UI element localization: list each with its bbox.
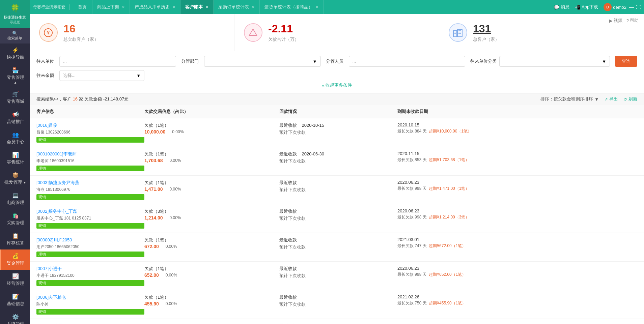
tab-purchase-stats[interactable]: 采购订单统计表 ✕ <box>214 0 260 14</box>
table-row: [0002]服务中心_丁磊 服务中心_丁磊 181 0125 8371 现销 欠… <box>30 204 644 233</box>
customer-phone-1: 吕俊 13026203696 <box>36 129 144 135</box>
customer-name-3[interactable]: [0003]畅捷服务尹海燕 <box>36 180 144 186</box>
recovery-info-5: 最近收款 预计下次收款 <box>279 237 397 250</box>
industry-label: 母婴行业演示账套 <box>33 4 70 10</box>
filter-input-manager[interactable]: ... <box>349 56 466 67</box>
sidebar-item-basic-info[interactable]: 📝 基础信息 <box>0 290 30 310</box>
debt-percent-5: 0.00% <box>166 244 177 249</box>
message-label: 消息 <box>561 4 569 10</box>
stat-card-2: ! -2.11 欠款合计（万） <box>234 14 439 51</box>
customer-name-5[interactable]: [000002]用户2050 <box>36 237 144 243</box>
close-tab-purchase-stats[interactable]: ✕ <box>252 5 255 9</box>
sidebar-item-membership[interactable]: 👥 会员中心 <box>0 128 30 148</box>
customer-name-1[interactable]: [0016]吕俊 <box>36 122 144 128</box>
results-count: 16 <box>73 96 78 101</box>
recovery-info-7: 最近收款 预计下次收款 <box>279 294 397 307</box>
overdue-link-1[interactable]: 超期¥10,000.00（1笔） <box>429 129 472 134</box>
close-tab-customer-account[interactable]: ✕ <box>205 5 208 9</box>
sidebar-item-retail-stats[interactable]: 📊 零售统计 <box>0 148 30 169</box>
customer-name-2[interactable]: [0001020001]李老师 <box>36 151 144 157</box>
search-menu[interactable]: 🔍 搜索菜单 <box>0 28 30 43</box>
message-btn[interactable]: 💬 消息 <box>554 4 569 10</box>
filter-item-company: 往来单位 ... <box>36 56 176 67</box>
department-arrow-icon: ▼ <box>313 59 317 64</box>
sidebar-item-purchase-mgmt[interactable]: 🛍️ 采购管理 <box>0 209 30 229</box>
overdue-link-5[interactable]: 超期¥672.00（1笔） <box>429 243 466 248</box>
maximize-btn[interactable]: ⛶ <box>636 4 641 10</box>
debt-count-1: 欠款（1笔） <box>144 122 169 128</box>
debt-count-5: 欠款（1笔） <box>144 237 169 243</box>
debt-amount-7: 455.90 <box>144 301 159 306</box>
overdue-link-3[interactable]: 超期¥1,471.00（1笔） <box>429 186 469 191</box>
overdue-days-5: 最长欠款 747 天 超期¥672.00（1笔） <box>397 243 637 249</box>
sidebar-item-label: 库存核算 <box>7 240 24 245</box>
close-tab-products-off[interactable]: ✕ <box>122 5 125 9</box>
tab-incoming-stats[interactable]: 进货单统计表（按商品） ✕ <box>260 0 324 14</box>
overdue-info-1: 2020.10.15 最长欠款 884 天 超期¥10,000.00（1笔） <box>397 122 637 134</box>
export-icon: ↗ <box>604 97 608 102</box>
sidebar-item-marketing[interactable]: 📢 营销推广 <box>0 108 30 128</box>
sidebar-item-label: 营销推广 <box>7 119 24 124</box>
stat-label-1: 总欠款客户（家） <box>63 36 99 42</box>
filter-select-category[interactable]: ▼ <box>499 56 610 67</box>
sidebar-item-operations[interactable]: 📈 经营管理 <box>0 270 30 290</box>
overdue-link-4[interactable]: 超期¥1,214.00（3笔） <box>429 215 469 219</box>
customer-name-4[interactable]: [0002]服务中心_丁磊 <box>36 208 144 214</box>
debt-info-4: 欠款（3笔） 1,214.00 0.00% <box>144 208 279 220</box>
stat-label-3: 总客户（家） <box>473 36 499 42</box>
close-tab-incoming-stats[interactable]: ✕ <box>315 5 318 9</box>
filter-select-balance[interactable]: 选择... ▼ <box>59 70 144 81</box>
overdue-link-6[interactable]: 超期¥652.00（1笔） <box>429 272 466 277</box>
sidebar-item-retail-mgmt[interactable]: 🏪 零售管理 ▲ <box>0 64 30 88</box>
overdue-info-3: 2020.06.23 最长欠款 998 天 超期¥1,471.00（1笔） <box>397 180 637 192</box>
sidebar-item-batch-mgmt[interactable]: 📦 批发管理 ▼ <box>0 169 30 189</box>
quick-nav-icon: ⚡ <box>3 47 28 53</box>
collapse-btn[interactable]: « 收起更多条件 <box>36 81 637 90</box>
sidebar-item-inventory[interactable]: 📋 库存核算 <box>0 229 30 249</box>
sidebar-item-system-mgmt[interactable]: ⚙️ 系统管理 <box>0 310 30 324</box>
sidebar-item-retail-mall[interactable]: 🛒 零售商城 <box>0 88 30 108</box>
recovery-next-6: 预计下次收款 <box>279 273 397 279</box>
tab-purchase-stats-label: 采购订单统计表 <box>218 4 249 10</box>
close-tab-product-history[interactable]: ✕ <box>172 5 175 9</box>
table-header: 客户信息 欠款交易信息（占比） 回款情况 到期未收款日期 <box>30 105 644 118</box>
sort-label: 排序：按欠款金额倒序排序 <box>540 96 593 102</box>
tab-customer-account[interactable]: 客户账本 ✕ <box>180 0 214 14</box>
sort-btn[interactable]: 排序：按欠款金额倒序排序 ▼ <box>540 96 599 102</box>
stat-number-3: 131 <box>473 23 499 35</box>
help-action-btn[interactable]: ? 帮助 <box>626 18 639 24</box>
debt-amount-4: 1,214.00 <box>144 215 163 220</box>
tab-product-history[interactable]: 产成品入库单历史 ✕ <box>130 0 180 14</box>
overdue-days-7: 最长欠款 750 天 超期¥455.90（1笔） <box>397 300 637 306</box>
filter-input-company[interactable]: ... <box>59 56 176 67</box>
search-button[interactable]: 查询 <box>615 56 637 67</box>
video-action-btn[interactable]: ▶ 视频 <box>609 18 622 24</box>
recovery-label-3: 最近收款 <box>279 180 397 186</box>
filter-item-manager: 分管人员 ... <box>326 56 466 67</box>
refresh-btn[interactable]: ↺ 刷新 <box>623 96 637 102</box>
customer-name-7[interactable]: [0006]去下粮仓 <box>36 294 144 300</box>
recovery-info-3: 最近收款 预计下次收款 <box>279 180 397 193</box>
recovery-next-3: 预计下次收款 <box>279 187 397 193</box>
stat-content-2: -2.11 欠款合计（万） <box>268 23 299 42</box>
overdue-link-7[interactable]: 超期¥455.90（1笔） <box>429 301 466 305</box>
app-download-btn[interactable]: 📲 App下载 <box>575 4 598 10</box>
debt-percent-2: 0.00% <box>170 158 181 163</box>
col-header-recovery: 回款情况 <box>279 109 397 115</box>
overdue-link-2[interactable]: 超期¥1,703.68（1笔） <box>429 157 469 162</box>
recovery-info-4: 最近收款 预计下次收款 <box>279 208 397 222</box>
company-placeholder: ... <box>63 59 67 64</box>
sidebar: 🍀 畅捷通好生意 示范版 🔍 搜索菜单 ⚡ 快捷导航 🏪 零售管理 ▲ 🛒 零售… <box>0 0 30 324</box>
tab-products-off[interactable]: 商品上下架 ✕ <box>92 0 130 14</box>
sidebar-item-quick-nav[interactable]: ⚡ 快捷导航 <box>0 43 30 64</box>
debt-info-3: 欠款（1笔） 1,471.00 0.00% <box>144 180 279 192</box>
sidebar-item-ecommerce[interactable]: 💻 电商管理 <box>0 189 30 209</box>
minimize-btn[interactable]: — <box>629 4 634 10</box>
debt-info-2: 欠款（1笔） 1,703.68 0.00% <box>144 151 279 163</box>
export-btn[interactable]: ↗ 导出 <box>604 96 618 102</box>
filter-select-department[interactable]: ▼ <box>204 56 321 67</box>
user-avatar[interactable]: D demo2 <box>604 3 626 11</box>
sidebar-item-capital-mgmt[interactable]: 💰 资金管理 <box>0 249 30 270</box>
tab-home[interactable]: 首页 <box>73 0 92 14</box>
customer-name-6[interactable]: [0007]小进干 <box>36 266 144 272</box>
